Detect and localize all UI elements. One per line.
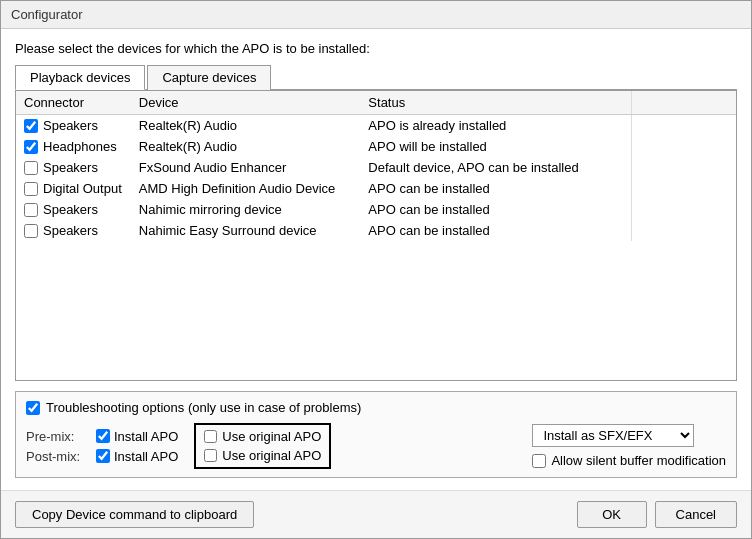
configurator-window: Configurator Please select the devices f… xyxy=(0,0,752,539)
connector-cell: Speakers xyxy=(16,220,131,241)
device-status: APO can be installed xyxy=(360,178,631,199)
connector-cell: Digital Output xyxy=(16,178,131,199)
connector-name: Speakers xyxy=(43,160,98,175)
sfx-select[interactable]: Install as SFX/EFXInstall as LFX/GFX xyxy=(532,424,694,447)
connector-name: Speakers xyxy=(43,223,98,238)
troubleshoot-header: Troubleshooting options (only use in cas… xyxy=(26,400,726,415)
table-row: SpeakersNahimic Easy Surround deviceAPO … xyxy=(16,220,736,241)
connector-name: Headphones xyxy=(43,139,117,154)
postmix-original-label: Use original APO xyxy=(222,448,321,463)
device-checkbox[interactable] xyxy=(24,203,38,217)
device-name: Realtek(R) Audio xyxy=(131,115,361,137)
col-header-status: Status xyxy=(360,91,631,115)
tab-bar: Playback devices Capture devices xyxy=(15,64,737,90)
original-apo-group: Use original APO Use original APO xyxy=(194,423,331,469)
troubleshoot-section: Troubleshooting options (only use in cas… xyxy=(15,391,737,478)
table-row: SpeakersNahimic mirroring deviceAPO can … xyxy=(16,199,736,220)
device-name: FxSound Audio Enhancer xyxy=(131,157,361,178)
col-header-device: Device xyxy=(131,91,361,115)
device-name: Realtek(R) Audio xyxy=(131,136,361,157)
tab-playback[interactable]: Playback devices xyxy=(15,65,145,90)
device-table: Connector Device Status SpeakersRealtek(… xyxy=(16,91,736,241)
postmix-install-label: Install APO xyxy=(114,449,178,464)
postmix-install-check: Install APO xyxy=(96,449,178,464)
device-status: APO can be installed xyxy=(360,220,631,241)
postmix-row: Post-mix: Install APO xyxy=(26,449,178,464)
premix-install-checkbox[interactable] xyxy=(96,429,110,443)
connector-name: Speakers xyxy=(43,202,98,217)
premix-install-check: Install APO xyxy=(96,429,178,444)
extra-cell xyxy=(632,178,736,199)
silent-buffer-label: Allow silent buffer modification xyxy=(551,453,726,468)
connector-cell: Speakers xyxy=(16,157,131,178)
premix-original-label: Use original APO xyxy=(222,429,321,444)
window-title: Configurator xyxy=(11,7,83,22)
silent-buffer-option: Allow silent buffer modification xyxy=(532,453,726,468)
col-header-connector: Connector xyxy=(16,91,131,115)
device-status: Default device, APO can be installed xyxy=(360,157,631,178)
extra-cell xyxy=(632,136,736,157)
troubleshoot-content: Pre-mix: Install APO Post-mix: Install A… xyxy=(26,423,726,469)
device-checkbox[interactable] xyxy=(24,119,38,133)
device-checkbox[interactable] xyxy=(24,140,38,154)
device-name: AMD High Definition Audio Device xyxy=(131,178,361,199)
premix-row: Pre-mix: Install APO xyxy=(26,429,178,444)
postmix-install-checkbox[interactable] xyxy=(96,449,110,463)
cancel-button[interactable]: Cancel xyxy=(655,501,737,528)
extra-cell xyxy=(632,157,736,178)
premix-original-item: Use original APO xyxy=(204,429,321,444)
device-name: Nahimic mirroring device xyxy=(131,199,361,220)
device-status: APO will be installed xyxy=(360,136,631,157)
postmix-original-checkbox[interactable] xyxy=(204,449,217,462)
device-status: APO can be installed xyxy=(360,199,631,220)
copy-device-button[interactable]: Copy Device command to clipboard xyxy=(15,501,254,528)
description-text: Please select the devices for which the … xyxy=(15,41,737,56)
premix-original-checkbox[interactable] xyxy=(204,430,217,443)
title-bar: Configurator xyxy=(1,1,751,29)
postmix-original-item: Use original APO xyxy=(204,448,321,463)
device-name: Nahimic Easy Surround device xyxy=(131,220,361,241)
connector-cell: Headphones xyxy=(16,136,131,157)
silent-buffer-checkbox[interactable] xyxy=(532,454,546,468)
table-row: Digital OutputAMD High Definition Audio … xyxy=(16,178,736,199)
tab-capture[interactable]: Capture devices xyxy=(147,65,271,90)
right-options: Install as SFX/EFXInstall as LFX/GFX All… xyxy=(532,424,726,468)
footer-right: OK Cancel xyxy=(577,501,737,528)
troubleshoot-checkbox[interactable] xyxy=(26,401,40,415)
table-row: SpeakersRealtek(R) AudioAPO is already i… xyxy=(16,115,736,137)
footer: Copy Device command to clipboard OK Canc… xyxy=(1,490,751,538)
sfx-dropdown: Install as SFX/EFXInstall as LFX/GFX xyxy=(532,424,726,447)
troubleshoot-label: Troubleshooting options (only use in cas… xyxy=(46,400,361,415)
premix-postmix-group: Pre-mix: Install APO Post-mix: Install A… xyxy=(26,429,178,464)
device-checkbox[interactable] xyxy=(24,182,38,196)
premix-install-label: Install APO xyxy=(114,429,178,444)
connector-name: Speakers xyxy=(43,118,98,133)
extra-cell xyxy=(632,220,736,241)
table-row: SpeakersFxSound Audio EnhancerDefault de… xyxy=(16,157,736,178)
device-table-container: Connector Device Status SpeakersRealtek(… xyxy=(15,90,737,381)
extra-cell xyxy=(632,115,736,137)
col-header-extra xyxy=(632,91,736,115)
device-status: APO is already installed xyxy=(360,115,631,137)
premix-label: Pre-mix: xyxy=(26,429,86,444)
postmix-label: Post-mix: xyxy=(26,449,86,464)
extra-cell xyxy=(632,199,736,220)
device-checkbox[interactable] xyxy=(24,224,38,238)
connector-name: Digital Output xyxy=(43,181,122,196)
connector-cell: Speakers xyxy=(16,199,131,220)
ok-button[interactable]: OK xyxy=(577,501,647,528)
table-row: HeadphonesRealtek(R) AudioAPO will be in… xyxy=(16,136,736,157)
connector-cell: Speakers xyxy=(16,115,131,137)
device-checkbox[interactable] xyxy=(24,161,38,175)
